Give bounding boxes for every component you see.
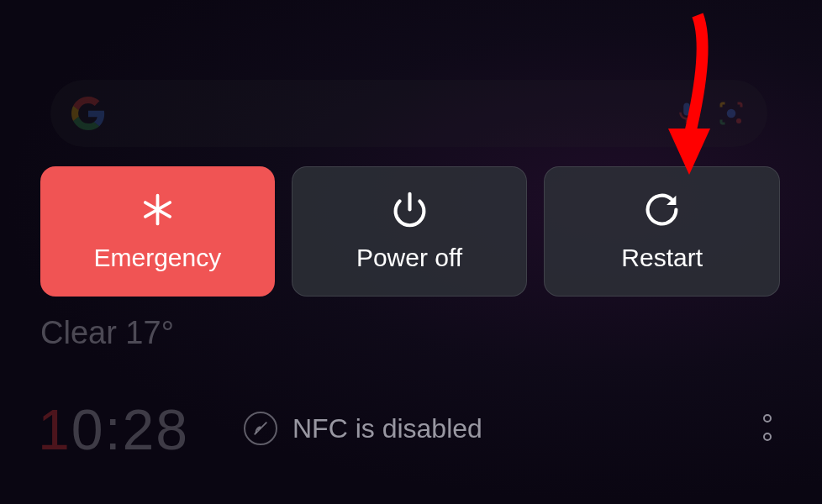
- emergency-label: Emergency: [93, 244, 221, 272]
- more-options-button[interactable]: [763, 414, 772, 441]
- emergency-asterisk-icon: [139, 191, 177, 228]
- google-logo-icon: [71, 97, 105, 130]
- dot-icon: [763, 414, 772, 423]
- power-off-button[interactable]: Power off: [292, 166, 528, 297]
- weather-status: Clear 17°: [40, 315, 174, 351]
- nfc-text: NFC is disabled: [292, 413, 482, 444]
- svg-marker-6: [668, 129, 710, 175]
- restart-icon: [643, 191, 681, 228]
- power-off-label: Power off: [356, 244, 462, 272]
- nfc-disabled-icon: [244, 412, 277, 445]
- google-lens-icon[interactable]: [716, 98, 746, 129]
- power-icon: [391, 191, 429, 228]
- svg-point-1: [736, 118, 741, 123]
- clock-hour-digit: 1: [38, 397, 71, 461]
- nfc-notification[interactable]: NFC is disabled: [244, 412, 482, 445]
- emergency-button[interactable]: Emergency: [40, 166, 275, 297]
- clock-widget: 10:28: [38, 396, 189, 462]
- clock-rest: 0:28: [71, 397, 189, 461]
- svg-line-7: [255, 423, 267, 435]
- svg-point-0: [727, 109, 736, 118]
- restart-label: Restart: [621, 244, 703, 272]
- red-arrow-annotation: [651, 7, 719, 186]
- dot-icon: [763, 433, 772, 441]
